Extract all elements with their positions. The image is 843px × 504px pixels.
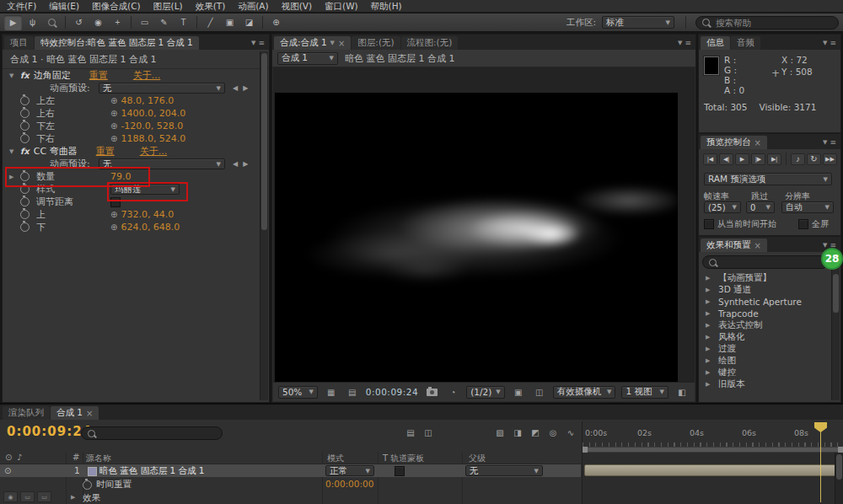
close-icon[interactable]: × [86, 409, 93, 418]
snapshot-button[interactable] [424, 385, 439, 399]
layer-duration-bar[interactable] [584, 464, 841, 476]
reset-link[interactable]: 重置 [89, 69, 108, 82]
column-mode[interactable]: 模式 [327, 453, 344, 464]
param-value[interactable]: 79.0 [110, 171, 132, 182]
first-frame-button[interactable]: |◀ [703, 153, 717, 165]
comp-nav-dropdown[interactable]: 合成 1▼ [277, 52, 338, 65]
region-of-interest-button[interactable]: ▣ [511, 385, 526, 399]
tab-composition[interactable]: 合成:合成 1 ▼ × [274, 36, 351, 50]
blend-mode-dropdown[interactable]: 正常▼ [325, 465, 374, 476]
work-area-segment[interactable] [583, 448, 843, 452]
previous-preset-icon[interactable]: ◀ [230, 84, 240, 92]
composition-viewport[interactable] [273, 67, 695, 383]
stopwatch-icon[interactable] [20, 134, 30, 143]
time-remap-row[interactable]: 时间重置 0:00:00:00 [0, 478, 581, 491]
draft-3d-button[interactable]: ▧ [492, 426, 507, 439]
stopwatch-icon[interactable] [20, 109, 30, 118]
timeline-search-input[interactable] [99, 427, 216, 439]
current-time-display[interactable]: 0:00:09:24 [7, 424, 92, 439]
timeline-scrollbar[interactable] [835, 453, 843, 504]
effect-header-corner-pin[interactable]: ▼ fx 边角固定 重置 关于... [3, 69, 269, 82]
scrollbar-thumb[interactable] [833, 274, 839, 313]
expander-icon[interactable]: ▶ [706, 275, 713, 281]
category-keying[interactable]: ▶键控 [699, 367, 831, 378]
mask-shape-tool[interactable]: ▭ [136, 15, 153, 30]
camera-tool[interactable]: ◉ [89, 15, 107, 30]
layer-row[interactable]: ⊙ 1 暗色 蓝色 固态层 1 合成 1 正常▼ 无▼ [0, 464, 581, 477]
stopwatch-icon[interactable] [20, 197, 30, 206]
stopwatch-icon[interactable] [20, 223, 30, 232]
effects-group-row[interactable]: ▶ 效果 [0, 491, 581, 504]
category-synthetic-aperture[interactable]: ▶Synthetic Aperture [699, 296, 831, 308]
param-value[interactable]: 1188.0, 524.0 [121, 133, 185, 144]
category-3d-channel[interactable]: ▶3D 通道 [699, 284, 831, 296]
next-frame-button[interactable]: |▶ [751, 153, 765, 165]
param-value[interactable]: 624.0, 648.0 [121, 222, 180, 233]
framerate-dropdown[interactable]: (25)▼ [704, 201, 741, 213]
pan-behind-tool[interactable]: + [109, 15, 126, 30]
expander-icon[interactable]: ▶ [71, 494, 75, 501]
expander-icon[interactable]: ▶ [706, 298, 713, 305]
param-value[interactable]: -120.0, 528.0 [121, 121, 183, 131]
expander-icon[interactable]: ▶ [706, 322, 713, 329]
workspace-dropdown[interactable]: 标准 ▼ [602, 16, 674, 29]
play-button[interactable]: ▶ [735, 153, 749, 165]
category-transition[interactable]: ▶过渡 [699, 343, 831, 355]
clone-stamp-tool[interactable]: ▣ [221, 15, 239, 30]
column-parent[interactable]: 父级 [469, 453, 486, 464]
previous-preset-icon[interactable]: ◀ [230, 160, 240, 168]
puppet-pin-tool[interactable]: ⊕ [267, 15, 285, 30]
column-source-name[interactable]: 源名称 [86, 453, 111, 464]
previous-frame-button[interactable]: ◀| [719, 153, 733, 165]
timeline-search-box[interactable] [81, 426, 223, 440]
menu-effect[interactable]: 效果(T) [196, 0, 226, 12]
expand-layer-switches-icon[interactable]: ◉ [3, 491, 18, 502]
loop-toggle-button[interactable]: ↻ [807, 153, 821, 165]
show-channel-button[interactable]: ◔ [445, 385, 460, 399]
next-preset-icon[interactable]: ▶ [240, 160, 250, 168]
menu-window[interactable]: 窗口(W) [325, 0, 358, 12]
menu-layer[interactable]: 图层(L) [153, 0, 183, 12]
column-track-matte[interactable]: T 轨道蒙板 [383, 453, 424, 464]
layer-name[interactable]: 暗色 蓝色 固态层 1 合成 1 [99, 465, 205, 477]
tab-layer[interactable]: 图层:(无) [352, 36, 400, 50]
selection-tool[interactable]: ▶ [4, 15, 22, 30]
motion-blur-button[interactable]: ◎ [545, 426, 561, 439]
frame-blend-button[interactable]: ◩ [528, 426, 543, 439]
reset-link[interactable]: 重置 [96, 145, 115, 158]
track-area[interactable] [582, 453, 843, 504]
stopwatch-icon[interactable] [20, 96, 30, 105]
expander-icon[interactable]: ▼ [9, 72, 20, 79]
work-area-bar[interactable] [582, 447, 843, 453]
category-paint[interactable]: ▶绘图 [699, 355, 831, 367]
layer-visibility-icon[interactable]: ⊙ [4, 466, 11, 475]
from-current-time-checkbox[interactable] [704, 219, 714, 229]
preview-time-display[interactable]: 0:00:09:24 [366, 387, 418, 397]
tab-audio[interactable]: 音频 [731, 36, 760, 50]
expander-icon[interactable]: ▼ [9, 148, 20, 155]
expander-icon[interactable]: ▶ [706, 346, 713, 352]
rotate-tool[interactable]: ↺ [70, 15, 88, 30]
about-link[interactable]: 关于... [133, 69, 161, 82]
brush-tool[interactable]: ╱ [201, 15, 219, 30]
close-icon[interactable]: × [754, 241, 761, 250]
preset-dropdown[interactable]: 无▼ [99, 158, 225, 169]
about-link[interactable]: 关于... [140, 145, 168, 158]
ram-preview-button[interactable]: ▶▶ [823, 153, 837, 165]
help-search-box[interactable] [695, 16, 839, 29]
skip-dropdown[interactable]: 0▼ [746, 201, 775, 213]
category-obsolete[interactable]: ▶旧版本 [699, 378, 831, 390]
close-icon[interactable]: × [754, 138, 761, 147]
hide-shy-layers-button[interactable]: ◨ [510, 426, 525, 439]
time-ruler[interactable]: 0:00s 02s 04s 06s 08s [582, 421, 843, 448]
panel-menu-button[interactable]: ▼≡ [819, 36, 840, 50]
mask-visibility-button[interactable]: ▤ [345, 385, 360, 399]
column-index[interactable]: # [72, 453, 79, 462]
tab-flowchart[interactable]: 流程图:(无) [401, 36, 459, 50]
last-frame-button[interactable]: ▶| [767, 153, 781, 165]
effects-search-input[interactable] [721, 256, 822, 268]
menu-edit[interactable]: 编辑(E) [49, 0, 79, 12]
category-trapcode[interactable]: ▶Trapcode [699, 308, 831, 319]
preset-dropdown[interactable]: 无▼ [99, 83, 225, 94]
live-update-button[interactable]: ◫ [421, 426, 436, 439]
